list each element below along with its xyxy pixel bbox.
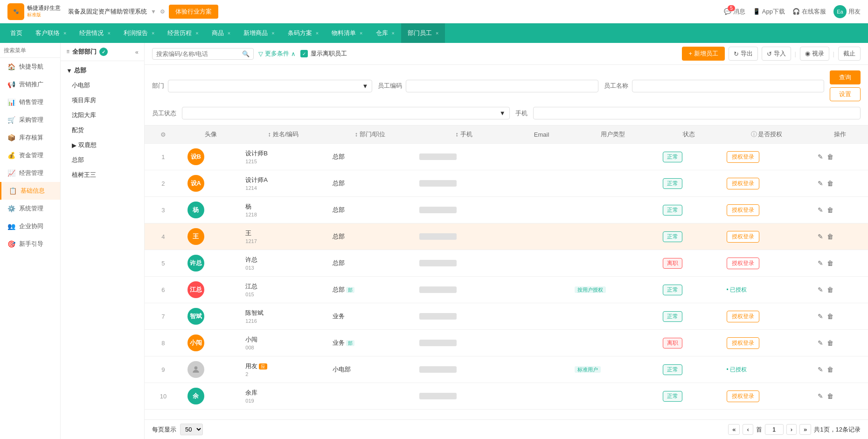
edit-icon[interactable]: ✎ bbox=[818, 366, 823, 373]
tab-bom[interactable]: 物料清单 × bbox=[325, 23, 369, 43]
auth-btn[interactable]: 授权登录 bbox=[727, 204, 759, 216]
online-service-btn[interactable]: 🎧 在线客服 bbox=[792, 7, 826, 16]
cell-email bbox=[514, 383, 569, 410]
auth-btn[interactable]: 授权登录 bbox=[727, 231, 759, 243]
show-resigned-toggle[interactable]: ✓ 显示离职员工 bbox=[300, 49, 347, 58]
tab-department[interactable]: 部门员工 × bbox=[401, 23, 445, 43]
empcode-input[interactable] bbox=[406, 80, 598, 92]
dept-item-shenyang[interactable]: 沈阳大库 bbox=[61, 108, 144, 123]
sales-icon: 📊 bbox=[7, 98, 15, 106]
tab-new-goods[interactable]: 新增商品 × bbox=[237, 23, 281, 43]
delete-icon[interactable]: 🗑 bbox=[827, 286, 833, 293]
view-btn[interactable]: ◉ 视录 bbox=[800, 47, 829, 61]
tab-barcode[interactable]: 条码方案 × bbox=[281, 23, 325, 43]
first-page-btn[interactable]: « bbox=[728, 424, 740, 435]
sidebar-item-system[interactable]: ⚙️ 系统管理 bbox=[0, 200, 60, 217]
more-btn[interactable]: 截止 bbox=[838, 47, 861, 61]
delete-icon[interactable]: 🗑 bbox=[827, 180, 833, 187]
edit-icon[interactable]: ✎ bbox=[818, 339, 823, 347]
gear-icon[interactable]: ⚙ bbox=[160, 8, 165, 15]
edit-icon[interactable]: ✎ bbox=[818, 392, 823, 400]
tab-goods[interactable]: 商品 × bbox=[205, 23, 237, 43]
edit-icon[interactable]: ✎ bbox=[818, 286, 823, 293]
dept-item-shuanglu[interactable]: ▶ 双鹿想 bbox=[61, 138, 144, 153]
delete-icon[interactable]: 🗑 bbox=[827, 313, 833, 320]
prev-page-btn[interactable]: ‹ bbox=[743, 424, 753, 435]
cell-auth: 授权登录 bbox=[721, 250, 812, 277]
export-btn[interactable]: ↻ 导出 bbox=[729, 47, 758, 61]
sidebar-item-purchase[interactable]: 🛒 采购管理 bbox=[0, 111, 60, 129]
message-btn[interactable]: 💬 5 消息 bbox=[724, 7, 745, 16]
tab-profit[interactable]: 利润报告 × bbox=[117, 23, 161, 43]
sidebar-item-guide[interactable]: 🎯 新手引导 bbox=[0, 235, 60, 253]
sidebar-item-marketing[interactable]: 📢 营销推广 bbox=[0, 76, 60, 93]
collapse-btn[interactable]: « bbox=[135, 49, 139, 56]
import-btn[interactable]: ↺ 导入 bbox=[762, 47, 791, 61]
edit-icon[interactable]: ✎ bbox=[818, 153, 823, 160]
dept-select[interactable]: ▼ bbox=[168, 80, 372, 92]
delete-icon[interactable]: 🗑 bbox=[827, 392, 833, 400]
edit-icon[interactable]: ✎ bbox=[818, 180, 823, 187]
cell-status: 正常 bbox=[657, 277, 721, 303]
auth-btn[interactable]: 授权登录 bbox=[727, 258, 759, 269]
auth-btn[interactable]: 授权登录 bbox=[727, 337, 759, 349]
set-btn[interactable]: 设置 bbox=[830, 87, 861, 101]
user-btn[interactable]: Ea 用友 bbox=[833, 5, 861, 18]
col-gear[interactable]: ⚙ bbox=[145, 125, 182, 144]
last-page-btn[interactable]: » bbox=[799, 424, 811, 435]
sidebar-search-input[interactable] bbox=[4, 47, 61, 54]
query-btn[interactable]: 查询 bbox=[830, 70, 861, 84]
auth-btn[interactable]: 授权登录 bbox=[727, 178, 759, 189]
tab-operation[interactable]: 经营情况 × bbox=[73, 23, 117, 43]
phone-input[interactable] bbox=[533, 107, 861, 119]
delete-icon[interactable]: 🗑 bbox=[827, 153, 833, 160]
dept-item-plant[interactable]: 植树王三 bbox=[61, 167, 144, 182]
delete-icon[interactable]: 🗑 bbox=[827, 366, 833, 373]
sidebar-item-collab[interactable]: 👥 企业协同 bbox=[0, 217, 60, 235]
delete-icon[interactable]: 🗑 bbox=[827, 206, 833, 214]
filter-form: 部门 ▼ 员工编码 员工名称 查询 设置 员工状态 bbox=[145, 65, 868, 125]
next-page-btn[interactable]: › bbox=[786, 424, 797, 435]
cell-status: 正常 bbox=[657, 223, 721, 250]
delete-icon[interactable]: 🗑 bbox=[827, 339, 833, 347]
edit-icon[interactable]: ✎ bbox=[818, 206, 823, 214]
edit-icon[interactable]: ✎ bbox=[818, 233, 823, 240]
auth-btn[interactable]: 授权登录 bbox=[727, 151, 759, 163]
edit-icon[interactable]: ✎ bbox=[818, 259, 823, 267]
dept-item-xiaodian[interactable]: 小电部 bbox=[61, 78, 144, 93]
dept-item-project[interactable]: 项目库房 bbox=[61, 93, 144, 108]
delete-icon[interactable]: 🗑 bbox=[827, 233, 833, 240]
per-page-select[interactable]: 50 bbox=[180, 424, 203, 435]
dept-item-zongbu[interactable]: 总部 bbox=[61, 153, 144, 167]
resigned-checkbox[interactable]: ✓ bbox=[300, 50, 308, 57]
search-input[interactable] bbox=[156, 50, 240, 57]
trial-btn[interactable]: 体验行业方案 bbox=[169, 5, 218, 19]
page-input[interactable] bbox=[765, 424, 784, 435]
sidebar-item-basic[interactable]: 📋 基础信息 bbox=[0, 182, 60, 200]
search-wrap[interactable]: 🔍 bbox=[152, 48, 254, 60]
sidebar-item-inventory[interactable]: 📦 库存核算 bbox=[0, 129, 60, 146]
sidebar-item-management[interactable]: 📈 经营管理 bbox=[0, 164, 60, 182]
dept-item-root[interactable]: ▼ 总部 bbox=[61, 63, 144, 78]
sidebar-item-quick-nav[interactable]: 🏠 快捷导航 bbox=[0, 58, 60, 76]
add-employee-btn[interactable]: + 新增员工 bbox=[682, 47, 724, 61]
tab-warehouse[interactable]: 仓库 × bbox=[369, 23, 401, 43]
more-filter-btn[interactable]: ▽ 更多条件 ∧ bbox=[258, 49, 296, 58]
logo-sub: 标准版 bbox=[27, 12, 61, 18]
auth-btn[interactable]: 授权登录 bbox=[727, 311, 759, 322]
delete-icon[interactable]: 🗑 bbox=[827, 259, 833, 267]
tab-home[interactable]: 首页 bbox=[4, 23, 29, 43]
sidebar-item-finance[interactable]: 💰 资金管理 bbox=[0, 146, 60, 164]
status-select[interactable]: ▼ bbox=[182, 107, 510, 119]
empname-input[interactable] bbox=[632, 80, 824, 92]
tab-customer[interactable]: 客户联络 × bbox=[29, 23, 73, 43]
guide-icon: 🎯 bbox=[7, 240, 15, 248]
dept-item-delivery[interactable]: 配货 bbox=[61, 123, 144, 138]
auth-btn[interactable]: 授权登录 bbox=[727, 390, 759, 402]
app-download-btn[interactable]: 📱 App下载 bbox=[753, 7, 785, 16]
sidebar-search[interactable]: 🔍 bbox=[0, 43, 60, 58]
tab-history[interactable]: 经营历程 × bbox=[161, 23, 205, 43]
edit-icon[interactable]: ✎ bbox=[818, 313, 823, 320]
cell-auth: 授权登录 bbox=[721, 303, 812, 330]
sidebar-item-sales[interactable]: 📊 销售管理 bbox=[0, 93, 60, 111]
